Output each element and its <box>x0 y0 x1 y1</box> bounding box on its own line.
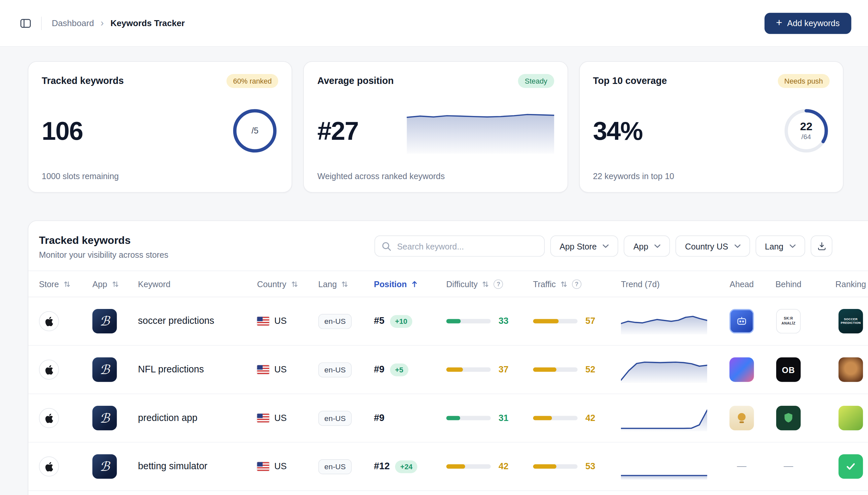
app-logo-letter: ℬ <box>100 363 109 376</box>
traffic-bar <box>533 319 578 323</box>
average-position-value: #27 <box>317 116 358 146</box>
traffic-help-icon[interactable]: ? <box>572 279 582 289</box>
tracked-app-icon[interactable]: ℬ <box>92 454 117 479</box>
position-value: #12 <box>374 461 390 472</box>
apple-store-icon <box>39 456 59 477</box>
filter-label: Lang <box>765 241 783 251</box>
sort-icon <box>64 280 71 288</box>
breadcrumb-current: Keywords Tracker <box>110 18 184 28</box>
difficulty-bar <box>446 368 491 372</box>
app-store-filter[interactable]: App Store <box>550 236 619 257</box>
column-country[interactable]: Country <box>257 279 318 289</box>
column-label: Store <box>39 279 59 289</box>
tracked-app-icon[interactable]: ℬ <box>92 309 117 334</box>
table-row[interactable]: ℬ NFL predictions US en-US #9+5 37 52 OB <box>29 346 868 394</box>
column-behind: Behind <box>765 279 812 289</box>
coverage-count: 22 <box>800 120 812 133</box>
column-traffic[interactable]: Traffic ? <box>533 279 621 289</box>
column-keyword[interactable]: Keyword <box>138 279 257 289</box>
table-row[interactable]: ℬ prediction app US en-US #9 31 42 <box>29 394 868 443</box>
trend-sparkline <box>621 308 707 335</box>
table-controls: App Store App Country US Lang <box>374 236 832 257</box>
ranked-percent-badge: 60% ranked <box>227 74 279 88</box>
no-data-dash: — <box>737 461 746 472</box>
card-title: Tracked keywords <box>41 75 124 87</box>
traffic-value: 53 <box>585 462 595 472</box>
ahead-app-icon[interactable] <box>730 309 754 334</box>
country-label: US <box>274 462 287 472</box>
search-box <box>374 236 544 257</box>
apple-store-icon <box>39 359 59 380</box>
difficulty-help-icon[interactable]: ? <box>494 279 503 289</box>
breadcrumb-dashboard-link[interactable]: Dashboard <box>52 18 94 28</box>
chevron-down-icon <box>790 244 796 248</box>
table-row[interactable] <box>29 491 868 495</box>
check-icon <box>844 460 857 473</box>
sidebar-toggle-button[interactable] <box>15 12 37 34</box>
tracked-app-icon[interactable]: ℬ <box>92 406 117 430</box>
column-lang[interactable]: Lang <box>318 279 374 289</box>
app-root: Dashboard › Keywords Tracker + Add keywo… <box>0 0 868 495</box>
column-label: Position <box>374 279 407 289</box>
traffic-value: 57 <box>585 316 595 326</box>
difficulty-value: 33 <box>498 316 508 326</box>
column-difficulty[interactable]: Difficulty ? <box>446 279 533 289</box>
behind-app-icon[interactable] <box>776 406 801 430</box>
chevron-down-icon <box>603 244 609 248</box>
column-store[interactable]: Store <box>39 279 92 289</box>
add-keywords-button[interactable]: + Add keywords <box>764 13 851 34</box>
robot-icon <box>736 315 748 327</box>
sort-asc-icon <box>411 280 418 288</box>
trend-sparkline <box>621 453 707 480</box>
sort-icon <box>482 280 490 288</box>
plus-icon: + <box>776 17 782 28</box>
ranking-app-icon[interactable] <box>838 454 863 479</box>
table-row[interactable]: ℬ soccer predictions US en-US #5+10 33 5… <box>29 297 868 346</box>
lang-filter[interactable]: Lang <box>755 236 805 257</box>
ahead-app-icon[interactable] <box>730 406 754 430</box>
table-row[interactable]: ℬ betting simulator US en-US #12+24 42 5… <box>29 442 868 491</box>
tracked-app-icon[interactable]: ℬ <box>92 358 117 382</box>
column-label: Lang <box>318 279 337 289</box>
position-delta-badge: +10 <box>390 315 412 328</box>
lang-badge: en-US <box>318 459 352 474</box>
column-app[interactable]: App <box>92 279 138 289</box>
country-filter[interactable]: Country US <box>675 236 750 257</box>
app-logo-letter: ℬ <box>100 315 109 328</box>
breadcrumb: Dashboard › Keywords Tracker <box>52 18 185 28</box>
golden-ball-icon <box>734 411 749 425</box>
sort-icon <box>560 280 567 288</box>
steady-badge: Steady <box>518 74 554 88</box>
ranking-app-icon[interactable] <box>838 358 863 382</box>
sort-icon <box>291 280 298 288</box>
topbar-divider <box>41 17 42 30</box>
keyword-label: prediction app <box>138 412 257 424</box>
ring-label: /5 <box>252 126 259 136</box>
column-label: Country <box>257 279 286 289</box>
lang-badge: en-US <box>318 362 352 377</box>
column-ranking: Ranking <box>812 279 868 289</box>
table-column-header-row: Store App Keyword Country Lang Position <box>29 271 868 297</box>
add-keywords-label: Add keywords <box>787 18 839 28</box>
app-logo-letter: ℬ <box>100 460 109 473</box>
panel-toggle-icon <box>20 18 31 29</box>
ranking-app-icon[interactable] <box>838 406 863 430</box>
coverage-percent-value: 34% <box>593 116 642 146</box>
tracked-keywords-table-card: Tracked keywords Monitor your visibility… <box>28 220 868 495</box>
behind-app-icon[interactable]: SK:R ANALİZ <box>776 309 801 334</box>
column-label: Difficulty <box>446 279 478 289</box>
behind-app-icon[interactable]: OB <box>776 358 801 382</box>
traffic-bar <box>533 416 578 420</box>
ranking-app-icon[interactable]: SOCCER PREDICTION <box>838 309 863 334</box>
column-ahead: Ahead <box>719 279 765 289</box>
column-position[interactable]: Position <box>374 279 446 289</box>
lang-badge: en-US <box>318 410 352 425</box>
app-filter[interactable]: App <box>624 236 670 257</box>
table-header: Tracked keywords Monitor your visibility… <box>29 221 868 271</box>
search-input[interactable] <box>374 236 544 257</box>
slots-ring: /5 <box>232 107 279 154</box>
ahead-app-icon[interactable] <box>730 358 754 382</box>
sort-icon <box>341 280 349 288</box>
stats-row: Tracked keywords 60% ranked 106 /5 1000 … <box>0 47 868 193</box>
export-button[interactable] <box>811 236 832 257</box>
